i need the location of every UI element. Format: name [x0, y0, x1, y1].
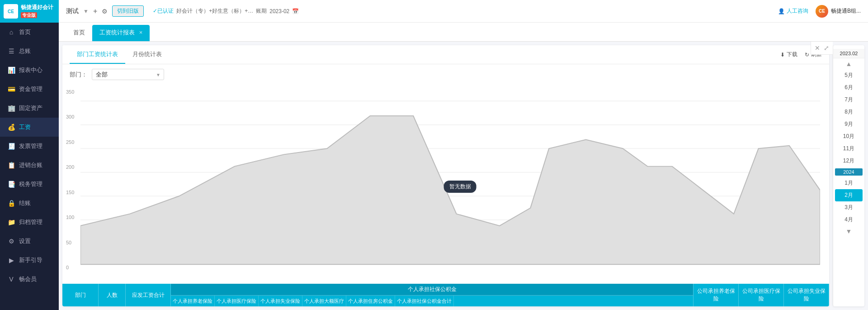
dept-select-wrapper: 全部 部门A 部门B	[92, 69, 164, 80]
closing-icon: 🔒	[7, 200, 15, 207]
col-personal-unemployment: 个人承担失业保险	[259, 296, 302, 306]
sidebar-item-salary[interactable]: 💰 工资	[0, 118, 59, 137]
sidebar-item-home[interactable]: ⌂ 首页	[0, 23, 59, 42]
sidebar-label-vip: 畅会员	[19, 275, 37, 283]
tab-bar: 首页 工资统计报表 ×	[59, 23, 868, 42]
date-month-9[interactable]: 9月	[833, 118, 864, 130]
sidebar-item-funds[interactable]: 💳 资金管理	[0, 80, 59, 99]
company-dropdown-icon[interactable]: ▼	[83, 8, 89, 14]
col-personal-medical: 个人承担医疗保险	[215, 296, 259, 306]
col-company-medical: 公司承担医疗保险	[739, 284, 784, 306]
chart-area: 350 300 250 200 150 100 50 0	[62, 85, 829, 284]
date-2024-month-4[interactable]: 4月	[833, 214, 864, 226]
tab-salary-report[interactable]: 工资统计报表 ×	[92, 25, 150, 41]
chart-svg	[80, 89, 820, 279]
help-label: 人工咨询	[787, 7, 808, 15]
col-personal-pension: 个人承担养老保险	[171, 296, 215, 306]
sidebar-item-settings[interactable]: ⚙ 设置	[0, 232, 59, 251]
date-year-2024[interactable]: 2024	[835, 168, 863, 176]
y-label-200: 200	[66, 164, 80, 170]
settings-icon: ⚙	[7, 238, 15, 245]
sidebar-item-guide[interactable]: ▶ 新手引导	[0, 251, 59, 270]
y-label-250: 250	[66, 139, 80, 145]
user-name: 畅捷通B组...	[831, 7, 861, 15]
panel-close-button[interactable]: ✕	[815, 44, 820, 52]
sub-tab-dept[interactable]: 部门工资统计表	[70, 46, 125, 64]
date-month-5[interactable]: 5月	[833, 69, 864, 81]
sidebar-item-tax[interactable]: 📑 税务管理	[0, 175, 59, 194]
content-area: ✕ ⤢ 部门工资统计表 月份统计表 ⬇ 下载 ↻ 刷新	[59, 42, 868, 310]
sidebar-item-sales[interactable]: 📋 进销台账	[0, 156, 59, 175]
sidebar-item-closing[interactable]: 🔒 结账	[0, 194, 59, 213]
sidebar-label-reports: 报表中心	[19, 66, 42, 74]
sub-tab-monthly[interactable]: 月份统计表	[125, 46, 169, 64]
sidebar-label-closing: 结账	[19, 199, 31, 207]
top-header: 测试 ▼ + ⚙ 切到旧版 ✓已认证 好会计（专）+好生意（标）+… 账期 20…	[59, 0, 868, 23]
download-button[interactable]: ⬇ 下载	[780, 51, 797, 58]
help-button[interactable]: 👤 人工咨询	[778, 7, 808, 15]
date-month-11[interactable]: 11月	[833, 143, 864, 155]
y-label-150: 150	[66, 190, 80, 195]
tab-home[interactable]: 首页	[66, 25, 92, 41]
date-month-8[interactable]: 8月	[833, 106, 864, 118]
download-icon: ⬇	[780, 52, 785, 58]
home-icon: ⌂	[7, 29, 15, 36]
sidebar-label-assets: 固定资产	[19, 104, 42, 112]
settings-button[interactable]: ⚙	[102, 8, 108, 15]
account-type-badge: 好会计（专）+好生意（标）+…	[176, 7, 253, 15]
y-label-0: 0	[66, 265, 80, 270]
date-2024-month-3[interactable]: 3月	[833, 201, 864, 214]
logo-sub-badge: 专业版	[21, 12, 37, 18]
funds-icon: 💳	[7, 86, 15, 93]
cert-badge: ✓已认证	[153, 7, 174, 15]
col-personal-total: 个人承担社保公积金合计	[395, 296, 454, 306]
guide-icon: ▶	[7, 257, 15, 264]
vip-icon: V	[7, 276, 15, 283]
panel-expand-button[interactable]: ⤢	[824, 44, 829, 52]
dept-select[interactable]: 全部 部门A 部门B	[92, 69, 164, 80]
date-current: 2023.02	[833, 49, 864, 58]
date-2024-month-2[interactable]: 2月	[835, 189, 863, 201]
date-month-7[interactable]: 7月	[833, 94, 864, 106]
tab-close-button[interactable]: ×	[139, 29, 143, 36]
inner-content: 部门工资统计表 月份统计表 ⬇ 下载 ↻ 刷新 部门：	[62, 45, 829, 306]
sidebar-label-sales: 进销台账	[19, 161, 42, 169]
y-label-300: 300	[66, 114, 80, 119]
add-company-button[interactable]: +	[93, 7, 97, 15]
date-month-6[interactable]: 6月	[833, 81, 864, 94]
filter-row: 部门： 全部 部门A 部门B	[62, 64, 829, 85]
sidebar-item-invoice[interactable]: 🧾 发票管理	[0, 137, 59, 156]
sub-tab-bar: 部门工资统计表 月份统计表 ⬇ 下载 ↻ 刷新	[62, 45, 829, 64]
sidebar-item-assets[interactable]: 🏢 固定资产	[0, 99, 59, 118]
header-right: 👤 人工咨询 CE 畅捷通B组...	[778, 5, 861, 18]
chart-area-path	[80, 116, 820, 264]
sidebar-item-reports[interactable]: 📊 报表中心	[0, 61, 59, 80]
col-dept: 部门	[62, 284, 99, 306]
y-label-50: 50	[66, 240, 80, 245]
date-month-10[interactable]: 10月	[833, 130, 864, 143]
date-month-12[interactable]: 12月	[833, 155, 864, 167]
float-close-area: ✕ ⤢	[811, 42, 833, 55]
sidebar: CE 畅捷通好会计 专业版 ⌂ 首页 ☰ 总账 📊 报表中心 💳 资金管理 🏢 …	[0, 0, 59, 310]
col-count: 人数	[99, 284, 126, 306]
date-2024-month-1[interactable]: 1月	[833, 177, 864, 189]
calendar-icon[interactable]: 📅	[292, 8, 299, 14]
switch-old-version-button[interactable]: 切到旧版	[112, 5, 144, 17]
sidebar-item-vip[interactable]: V 畅会员	[0, 270, 59, 289]
col-group-personal-insurance: 个人承担社保公积金 个人承担养老保险 个人承担医疗保险 个人承担失业保险 个人承…	[171, 284, 693, 306]
tax-icon: 📑	[7, 181, 15, 188]
sidebar-item-archive[interactable]: 📁 归档管理	[0, 213, 59, 232]
user-menu-button[interactable]: CE 畅捷通B组...	[816, 5, 861, 18]
date-nav-down-button[interactable]: ▼	[844, 226, 854, 237]
header-badges: ✓已认证 好会计（专）+好生意（标）+… 账期 2023-02 📅	[153, 7, 299, 15]
archive-icon: 📁	[7, 219, 15, 226]
salary-icon: 💰	[7, 124, 15, 131]
sidebar-item-ledger[interactable]: ☰ 总账	[0, 42, 59, 61]
sidebar-label-settings: 设置	[19, 237, 31, 245]
col-group-personal-insurance-subs: 个人承担养老保险 个人承担医疗保险 个人承担失业保险 个人承担大额医疗 个人承担…	[171, 296, 693, 306]
ledger-icon: ☰	[7, 48, 15, 55]
sidebar-label-guide: 新手引导	[19, 256, 42, 264]
tab-salary-report-label: 工资统计报表	[99, 29, 135, 36]
date-nav-up-button[interactable]: ▲	[844, 58, 854, 69]
help-icon: 👤	[778, 8, 785, 14]
